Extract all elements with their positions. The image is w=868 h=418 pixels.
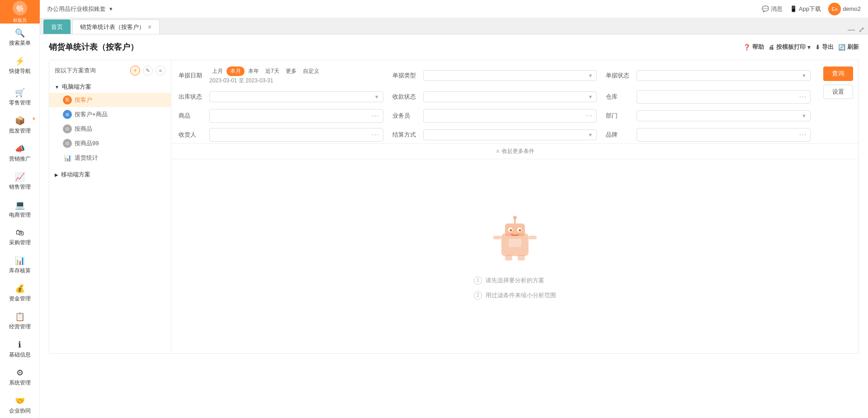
date-tab-7days[interactable]: 近7天 xyxy=(263,66,282,76)
print-btn[interactable]: 🖨 按模板打印 ▾ xyxy=(769,43,811,51)
sidebar-item-search[interactable]: 🔍 搜索菜单 xyxy=(0,24,40,52)
sidebar-item-purchase[interactable]: 🛍 采购管理 xyxy=(0,223,40,251)
filter-label-date: 单据日期 xyxy=(179,71,206,80)
setting-btn[interactable]: 设置 xyxy=(823,85,853,99)
print-arrow-icon: ▾ xyxy=(807,44,811,51)
date-tab-more[interactable]: 更多 xyxy=(283,66,299,76)
filter-select-type[interactable]: ▼ xyxy=(423,70,597,81)
sidebar-item-marketing[interactable]: 📣 营销推广 xyxy=(0,139,40,167)
date-control: 上月 本月 本年 近7天 更多 自定义 2023-03-01 至 2023-03… xyxy=(209,66,383,85)
export-btn[interactable]: ⬇ 导出 xyxy=(815,43,834,51)
sidebar-item-inventory[interactable]: 📊 库存核算 xyxy=(0,251,40,279)
scheme-item-label: 按商品 xyxy=(75,125,92,133)
tab-minimize-icon[interactable]: — xyxy=(848,26,855,34)
add-scheme-btn[interactable]: + xyxy=(130,66,140,76)
svg-rect-14 xyxy=(509,239,521,247)
search-icon: 🔍 xyxy=(15,28,25,38)
print-label: 按模板打印 xyxy=(776,43,806,51)
filter-select-receiptstatus[interactable]: ▼ xyxy=(423,91,597,102)
sidebar-item-label: 营销推广 xyxy=(9,155,31,163)
filter-item-salesperson: 业务员 ··· xyxy=(392,109,597,123)
message-icon: 💬 xyxy=(762,5,769,12)
scheme-icon-customer: 客 xyxy=(63,95,72,104)
tab-maximize-icon[interactable]: ⤢ xyxy=(859,25,864,34)
sidebar-item-label: 经营管理 xyxy=(9,323,31,331)
scheme-group-mobile-label: 移动端方案 xyxy=(61,171,90,179)
sidebar-item-label: 电商管理 xyxy=(9,211,31,219)
date-tab-custom[interactable]: 自定义 xyxy=(300,66,322,76)
scheme-item-customer[interactable]: 客 按客户 xyxy=(49,93,171,107)
tab-sales-report[interactable]: 销货单统计表（按客户） ✕ xyxy=(72,19,160,34)
scheme-group-arrow: ▼ xyxy=(55,85,59,90)
filter-row-1: 单据日期 上月 本月 本年 近7天 更多 自定义 xyxy=(179,66,811,85)
hint-text-1: 请先选择要分析的方案 xyxy=(486,274,544,287)
refresh-btn[interactable]: 🔄 刷新 xyxy=(838,43,859,51)
filter-select-status[interactable]: ▼ xyxy=(637,70,811,81)
sidebar-item-quicknav[interactable]: ⚡ 快捷导航 xyxy=(0,52,40,80)
add-icon: + xyxy=(133,67,137,74)
scheme-item-product[interactable]: ⊟ 按商品 xyxy=(49,122,171,136)
date-tab-thismonth[interactable]: 本月 xyxy=(226,66,245,76)
tab-close-icon[interactable]: ✕ xyxy=(147,24,152,30)
sidebar-item-sales[interactable]: 📈 销售管理 xyxy=(0,167,40,195)
query-btn[interactable]: 查询 xyxy=(823,66,853,81)
scheme-item-product99[interactable]: ⊟ 按商品99 xyxy=(49,136,171,151)
collapse-btn[interactable]: ∧ 收起更多条件 xyxy=(495,147,534,155)
inventory-icon: 📊 xyxy=(15,256,25,266)
svg-point-9 xyxy=(513,216,517,219)
filter-row-4: 收货人 ··· 结算方式 xyxy=(179,128,811,142)
help-label: 帮助 xyxy=(752,43,764,51)
empty-state: 1 请先选择要分析的方案 2 用过滤条件来缩小分析范围 xyxy=(171,159,859,353)
avatar: Ea xyxy=(828,3,841,15)
sidebar-item-basicinfo[interactable]: ℹ 基础信息 xyxy=(0,335,40,363)
empty-hint-1: 1 请先选择要分析的方案 xyxy=(474,274,556,287)
sidebar-item-finance[interactable]: 💰 资金管理 xyxy=(0,279,40,307)
retail-icon: 🛒 xyxy=(15,88,25,98)
filter-goods-dots: ··· xyxy=(372,112,379,120)
page-title: 销货单统计表（按客户） xyxy=(49,42,138,52)
scheme-group-desktop-header[interactable]: ▼ 电脑端方案 xyxy=(49,81,171,93)
help-btn[interactable]: ❓ 帮助 xyxy=(743,43,764,51)
filter-label-receiptstatus: 收款状态 xyxy=(392,93,420,101)
edit-scheme-btn[interactable]: ✎ xyxy=(143,66,153,76)
collapse-label: ∧ 收起更多条件 xyxy=(495,147,534,155)
app-download-btn[interactable]: 📱 App下载 xyxy=(790,5,821,13)
filter-input-goods[interactable]: ··· xyxy=(209,109,383,123)
filter-input-salesperson[interactable]: ··· xyxy=(423,109,597,123)
date-range: 2023-03-01 至 2023-03-31 xyxy=(209,77,383,85)
tab-sales-report-label: 销货单统计表（按客户） xyxy=(80,23,145,31)
collapse-bar: ∧ 收起更多条件 xyxy=(171,143,859,159)
scheme-icon-product99: ⊟ xyxy=(63,139,72,148)
scheme-item-returns[interactable]: 📊 退货统计 xyxy=(49,151,171,165)
sidebar-item-retail[interactable]: 🛒 零售管理 xyxy=(0,83,40,111)
message-btn[interactable]: 💬 消息 xyxy=(762,5,783,13)
sidebar-item-operations[interactable]: 📋 经营管理 xyxy=(0,307,40,335)
filter-input-brand[interactable]: ··· xyxy=(637,128,811,142)
sidebar-item-system[interactable]: ⚙ 系统管理 xyxy=(0,363,40,391)
user-profile[interactable]: Ea demo2 xyxy=(828,3,861,15)
filter-input-receiver[interactable]: ··· xyxy=(209,128,383,142)
date-tab-thisyear[interactable]: 本年 xyxy=(245,66,262,76)
sales-icon: 📈 xyxy=(15,172,25,182)
header-left: 办公用品行业模拟账套 ▾ xyxy=(47,5,113,13)
sidebar-item-collab[interactable]: 🤝 企业协同 xyxy=(0,391,40,418)
collapse-panel-btn[interactable]: « xyxy=(156,66,165,76)
filter-select-outstatus[interactable]: ▼ xyxy=(209,91,383,102)
sidebar-item-label: 搜索菜单 xyxy=(9,39,31,47)
scheme-item-customer-product[interactable]: ⊞ 按客户+商品 xyxy=(49,107,171,122)
filter-input-warehouse[interactable]: ··· xyxy=(637,90,811,104)
tab-home[interactable]: 首页 xyxy=(43,19,71,34)
scheme-group-mobile-header[interactable]: ▶ 移动端方案 xyxy=(49,169,171,180)
header-dropdown[interactable]: ▾ xyxy=(109,5,113,12)
filter-select-settlement[interactable]: ▼ xyxy=(423,129,597,140)
filter-label-brand: 品牌 xyxy=(606,131,633,139)
logo[interactable]: 畅 标版员 xyxy=(0,0,40,24)
sidebar-item-ecommerce[interactable]: 💻 电商管理 xyxy=(0,195,40,223)
date-tab-lastmonth[interactable]: 上月 xyxy=(209,66,226,76)
operations-icon: 📋 xyxy=(15,312,25,322)
filter-select-dept[interactable]: ▼ xyxy=(637,110,811,121)
filter-item-brand: 品牌 ··· xyxy=(606,128,811,142)
sidebar-item-wholesale[interactable]: 📦 批发管理 ▲ xyxy=(0,111,40,139)
scheme-item-label: 按客户+商品 xyxy=(75,110,108,119)
main-wrapper: 办公用品行业模拟账套 ▾ 💬 消息 📱 App下载 Ea demo2 xyxy=(40,0,868,418)
